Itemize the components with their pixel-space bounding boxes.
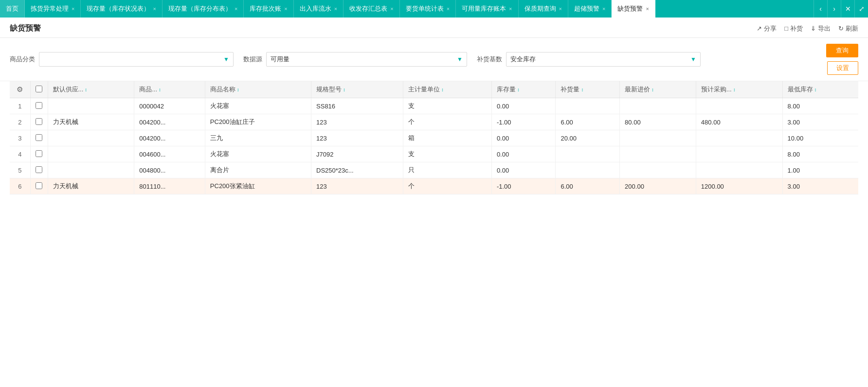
share-label: 分享	[764, 24, 777, 33]
tab-collect[interactable]: 收发存汇总表×	[344, 0, 399, 18]
tab-close-shortage[interactable]: ×	[646, 6, 649, 12]
th-sort-supplier[interactable]: 默认供应... ↕	[53, 85, 129, 94]
sort-price-icon: ↕	[651, 87, 654, 92]
query-button[interactable]: 查询	[826, 44, 858, 57]
th-spec: 规格型号 ↕	[311, 81, 403, 98]
cell-name-3: 火花塞	[205, 146, 311, 162]
cell-spec-1: 123	[311, 114, 403, 130]
th-est-purchase: 预计采购... ↕	[696, 81, 782, 98]
sort-code-icon: ↕	[159, 87, 161, 92]
th-settings: ⚙	[10, 81, 30, 98]
th-default-supplier: 默认供应... ↕	[48, 81, 134, 98]
cell-stock-1: -1.00	[491, 114, 556, 130]
tab-close-inventory-dist[interactable]: ×	[235, 6, 237, 12]
cell-stock-5: -1.00	[491, 178, 556, 194]
category-filter-group: 商品分类 ▼	[10, 52, 234, 67]
th-sort-unit[interactable]: 主计量单位 ↕	[408, 85, 487, 94]
cell-num-4: 5	[10, 162, 30, 178]
row-checkbox-1[interactable]	[36, 118, 42, 125]
cell-supplier-2	[48, 130, 134, 146]
th-sort-spec[interactable]: 规格型号 ↕	[316, 85, 398, 94]
cell-checkbox-0	[30, 98, 48, 114]
th-sort-est[interactable]: 预计采购... ↕	[701, 85, 778, 94]
refresh-action[interactable]: ↻ 刷新	[838, 24, 858, 33]
cell-code-5: 801110...	[134, 178, 205, 194]
share-action[interactable]: ↗ 分享	[757, 24, 777, 33]
tab-label-demand: 要货单统计表	[406, 4, 444, 13]
column-settings-icon[interactable]: ⚙	[17, 85, 23, 93]
tab-close-expiry[interactable]: ×	[559, 6, 562, 12]
tab-close-inout-flow[interactable]: ×	[334, 6, 337, 12]
restock-basis-arrow-icon: ▼	[690, 56, 696, 63]
th-unit: 主计量单位 ↕	[403, 81, 491, 98]
tab-close-batch[interactable]: ×	[284, 6, 287, 12]
cell-restock-1: 6.00	[556, 114, 620, 130]
tab-expand-btn[interactable]: ⤢	[854, 0, 868, 18]
row-checkbox-4[interactable]	[36, 166, 42, 173]
cell-num-3: 4	[10, 146, 30, 162]
th-sort-restock[interactable]: 补货量 ↕	[561, 85, 615, 94]
tab-close-inventory-status[interactable]: ×	[153, 6, 156, 12]
export-action[interactable]: ⇓ 导出	[811, 24, 831, 33]
cell-supplier-1: 力天机械	[48, 114, 134, 130]
cell-stock-0: 0.00	[491, 98, 556, 114]
restock-basis-select[interactable]: 安全库存 ▼	[506, 52, 701, 67]
cell-spec-5: 123	[311, 178, 403, 194]
tab-close-collect[interactable]: ×	[390, 6, 393, 12]
row-checkbox-0[interactable]	[36, 102, 42, 109]
tab-inout-flow[interactable]: 出入库流水×	[294, 0, 344, 18]
restock-action[interactable]: □ 补货	[784, 24, 803, 33]
sort-restock-icon: ↕	[581, 87, 583, 92]
tab-expiry[interactable]: 保质期查询×	[519, 0, 568, 18]
select-all-checkbox[interactable]	[36, 86, 42, 92]
tab-demand[interactable]: 要货单统计表×	[400, 0, 456, 18]
sort-supplier-icon: ↕	[85, 87, 87, 92]
tab-abnormal[interactable]: 拣货异常处理×	[25, 0, 81, 18]
tab-next-btn[interactable]: ›	[827, 0, 841, 18]
table-header: ⚙ 默认供应... ↕ 商品... ↕	[10, 81, 858, 98]
th-sort-code[interactable]: 商品... ↕	[139, 85, 200, 94]
row-checkbox-3[interactable]	[36, 150, 42, 157]
tab-inventory-dist[interactable]: 现存量（库存分布表）×	[163, 0, 244, 18]
row-checkbox-5[interactable]	[36, 182, 42, 189]
tab-label-expiry: 保质期查询	[524, 4, 556, 13]
tab-inventory-status[interactable]: 现存量（库存状况表）×	[81, 0, 162, 18]
tab-label-available: 可用量库存账本	[462, 4, 506, 13]
th-sort-price[interactable]: 最新进价 ↕	[625, 85, 691, 94]
tab-shortage[interactable]: 缺货预警×	[612, 0, 655, 18]
cell-est-4	[696, 162, 782, 178]
tab-close-demand[interactable]: ×	[447, 6, 450, 12]
sort-spec-icon: ↕	[343, 87, 345, 92]
th-min-stock: 最低库存 ↕	[782, 81, 858, 98]
tab-close-btn[interactable]: ✕	[841, 0, 854, 18]
cell-code-0: 0000042	[134, 98, 205, 114]
category-select[interactable]: ▼	[39, 52, 234, 67]
restock-icon: □	[784, 25, 788, 32]
cell-price-2	[620, 130, 696, 146]
cell-est-5: 1200.00	[696, 178, 782, 194]
datasource-select[interactable]: 可用量 ▼	[266, 52, 467, 67]
tab-batch[interactable]: 库存批次账×	[244, 0, 293, 18]
tab-overstock[interactable]: 超储预警×	[568, 0, 612, 18]
tab-close-available[interactable]: ×	[509, 6, 512, 12]
tab-available[interactable]: 可用量库存账本×	[456, 0, 518, 18]
th-sort-stock[interactable]: 库存量 ↕	[497, 85, 551, 94]
tab-close-abnormal[interactable]: ×	[72, 6, 74, 12]
filter-actions: 查询 设置	[826, 44, 858, 75]
cell-name-5: PC200张紧油缸	[205, 178, 311, 194]
tab-prev-btn[interactable]: ‹	[814, 0, 827, 18]
datasource-label: 数据源	[243, 55, 262, 64]
cell-supplier-4	[48, 162, 134, 178]
row-checkbox-2[interactable]	[36, 134, 42, 141]
cell-min-2: 10.00	[782, 130, 858, 146]
settings-button[interactable]: 设置	[827, 61, 858, 75]
cell-price-3	[620, 146, 696, 162]
cell-min-4: 1.00	[782, 162, 858, 178]
tab-nav-buttons: ‹ › ✕ ⤢	[814, 0, 868, 18]
tab-label-overstock: 超储预警	[574, 4, 599, 13]
tab-home[interactable]: 首页	[0, 0, 25, 18]
tab-bar: 首页拣货异常处理×现存量（库存状况表）×现存量（库存分布表）×库存批次账×出入库…	[0, 0, 868, 18]
tab-close-overstock[interactable]: ×	[602, 6, 605, 12]
th-sort-name[interactable]: 商品名称 ↕	[210, 85, 306, 94]
th-sort-min[interactable]: 最低库存 ↕	[788, 85, 853, 94]
